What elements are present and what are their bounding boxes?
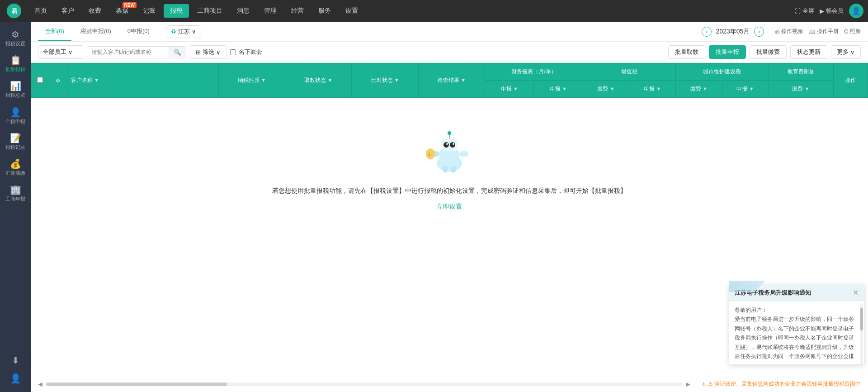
city-declare-filter-icon[interactable]: ▼ [656, 86, 661, 91]
nav-bookkeeping[interactable]: 记账 [137, 4, 162, 18]
tab-bar: 全部(0) 税款申报(0) 0申报(0) ♻ 江苏 ∨ ‹ 2023年05月 › [31, 22, 868, 42]
filter-button[interactable]: ⊞ 筛选 ∨ [190, 45, 226, 59]
notification-panel: 江苏电子税务局升级影响通知 ✕ 尊敬的用户： 受当前电子税务局进一步升级的影响，… [729, 285, 864, 365]
operation-manual-button[interactable]: 📖 操作手册 [808, 28, 839, 35]
right-actions: ◎ 操作视频 📖 操作手册 C 照新 [775, 28, 861, 35]
svg-point-5 [443, 142, 449, 148]
toolbar: 全部员工 ∨ 🔍 ⊞ 筛选 ∨ 名下账套 批量取数 批量申报 批量缴费 状态更新 [31, 42, 868, 63]
province-filter[interactable]: ♻ 江苏 ∨ [166, 25, 201, 38]
refresh-button[interactable]: C 照新 [844, 28, 861, 35]
sidebar-item-tax-records[interactable]: 📝 报税记录 [0, 129, 31, 155]
nav-fee[interactable]: 收费 [82, 4, 108, 18]
tab-zero-declaration[interactable]: 0申报(0) [120, 23, 157, 41]
province-chevron-icon: ∨ [192, 28, 196, 35]
compare-status-filter-icon[interactable]: ▼ [394, 77, 399, 83]
nav-right-area: ⛶ 全屏 ▶ 畅会员 👤 [795, 4, 863, 18]
date-next-button[interactable]: › [754, 27, 764, 37]
batch-fetch-button[interactable]: 批量取数 [668, 45, 705, 59]
col-fetch-status: 取数状态 ▼ [285, 63, 352, 98]
sidebar-item-batch-tax[interactable]: 📋 批量报税 [0, 51, 31, 77]
horizontal-scrollbar[interactable] [46, 382, 682, 386]
setup-link[interactable]: 立即设置 [437, 203, 462, 211]
customer-name-label: 客户名称 [71, 77, 93, 83]
col-edu-pay: 缴费 ▼ [769, 81, 833, 98]
tax-nature-label: 纳税性质 [238, 77, 259, 83]
nav-settings[interactable]: 设置 [339, 4, 364, 18]
scroll-right-icon[interactable]: ▶ [686, 381, 690, 387]
edu-declare-filter-icon[interactable]: ▼ [749, 86, 754, 91]
filter-chevron-icon: ∨ [216, 49, 221, 56]
account-set-checkbox[interactable] [230, 49, 236, 55]
settlement-icon: 💰 [10, 159, 21, 168]
settings-icon[interactable]: ⚙ [56, 77, 61, 84]
employee-select[interactable]: 全部员工 ∨ [38, 45, 83, 59]
sidebar-item-profile[interactable]: 👤 [0, 369, 31, 387]
nav-operation[interactable]: 经营 [285, 4, 310, 18]
sidebar: ⚙ 报税设置 📋 批量报税 📊 报税总览 👤 个税申报 📝 报税记录 💰 汇算清… [0, 22, 31, 392]
notif-scrollbar[interactable] [860, 303, 863, 364]
vip-button[interactable]: ▶ 畅会员 [820, 7, 844, 15]
nav-industry[interactable]: 工商项目 [191, 4, 229, 18]
city-pay-filter-icon[interactable]: ▼ [703, 86, 708, 91]
tab-all[interactable]: 全部(0) [38, 23, 71, 41]
account-set-label: 名下账套 [239, 48, 262, 56]
sidebar-item-annual-report[interactable]: 🏢 工商年报 [0, 181, 31, 206]
nav-service[interactable]: 服务 [312, 4, 337, 18]
date-prev-button[interactable]: ‹ [702, 27, 712, 37]
svg-text:$: $ [428, 152, 430, 157]
fetch-status-filter-icon[interactable]: ▼ [328, 77, 333, 83]
batch-declare-button[interactable]: 批量申报 [709, 45, 746, 59]
sidebar-item-tax-overview[interactable]: 📊 报税总览 [0, 77, 31, 103]
vat-pay-filter-icon[interactable]: ▼ [610, 86, 615, 91]
province-icon: ♻ [171, 28, 176, 35]
svg-rect-16 [451, 166, 456, 172]
tax-nature-filter-icon[interactable]: ▼ [261, 77, 266, 83]
check-result-filter-icon[interactable]: ▼ [461, 77, 466, 83]
manual-icon: 📖 [808, 29, 815, 35]
col-tax-nature: 纳税性质 ▼ [218, 63, 285, 98]
sidebar-label-batch-tax: 批量报税 [5, 67, 25, 72]
search-input[interactable] [87, 47, 169, 57]
filter-label: 筛选 [203, 48, 214, 56]
empty-state-cell: $ 若您想使用批量报税功能，请先在【报税设置】中进行报税的初始化设置，完成密码验… [31, 98, 868, 239]
sidebar-item-download[interactable]: ⬇ [0, 351, 31, 369]
nav-customer[interactable]: 客户 [55, 4, 80, 18]
scroll-left-icon[interactable]: ◀ [38, 381, 42, 387]
tab-tax-declaration[interactable]: 税款申报(0) [73, 23, 118, 41]
nav-tax[interactable]: 报税 [164, 4, 189, 18]
sidebar-item-settlement[interactable]: 💰 汇算清缴 [0, 155, 31, 181]
account-set-checkbox-label[interactable]: 名下账套 [230, 48, 262, 56]
more-button[interactable]: 更多 ∨ [831, 45, 861, 59]
svg-point-6 [450, 142, 455, 148]
fullscreen-icon: ⛶ [795, 8, 801, 14]
svg-point-10 [448, 131, 451, 135]
batch-pay-button[interactable]: 批量缴费 [750, 45, 787, 59]
avatar[interactable]: 👤 [849, 4, 863, 18]
scroll-thumb [46, 382, 227, 386]
nav-manage[interactable]: 管理 [258, 4, 283, 18]
financial-declare-filter-icon[interactable]: ▼ [513, 86, 518, 91]
svg-rect-12 [459, 151, 468, 157]
notification-close-button[interactable]: ✕ [853, 289, 859, 296]
city-declare-label: 申报 [644, 86, 655, 92]
nav-message[interactable]: 消息 [231, 4, 256, 18]
nav-home[interactable]: 首页 [28, 4, 53, 18]
logo[interactable]: 易 [5, 1, 24, 20]
sidebar-item-tax-settings[interactable]: ⚙ 报税设置 [0, 25, 31, 51]
select-all-checkbox[interactable] [37, 77, 43, 83]
search-button[interactable]: 🔍 [169, 47, 186, 58]
edu-pay-filter-icon[interactable]: ▼ [805, 86, 810, 91]
notification-content: 受当前电子税务局进一步升级的影响，同一个政务网账号（办税人）名下的企业不能再同时… [735, 315, 859, 361]
operation-video-button[interactable]: ◎ 操作视频 [775, 28, 803, 35]
vat-declare-filter-icon[interactable]: ▼ [562, 86, 567, 91]
customer-name-filter-icon[interactable]: ▼ [94, 77, 99, 83]
tax-records-icon: 📝 [10, 134, 21, 143]
sidebar-item-personal-tax[interactable]: 👤 个税申报 [0, 103, 31, 129]
col-compare-status: 比对状态 ▼ [352, 63, 418, 98]
status-update-button[interactable]: 状态更新 [790, 45, 827, 59]
col-city-declare: 申报 ▼ [629, 81, 676, 98]
svg-text:易: 易 [11, 8, 17, 14]
fullscreen-button[interactable]: ⛶ 全屏 [795, 7, 814, 15]
vat-declare-label: 申报 [550, 86, 561, 92]
nav-menu: 首页 客户 收费 票据 NEW 记账 报税 工商项目 消息 管理 经营 服务 设… [28, 4, 795, 18]
